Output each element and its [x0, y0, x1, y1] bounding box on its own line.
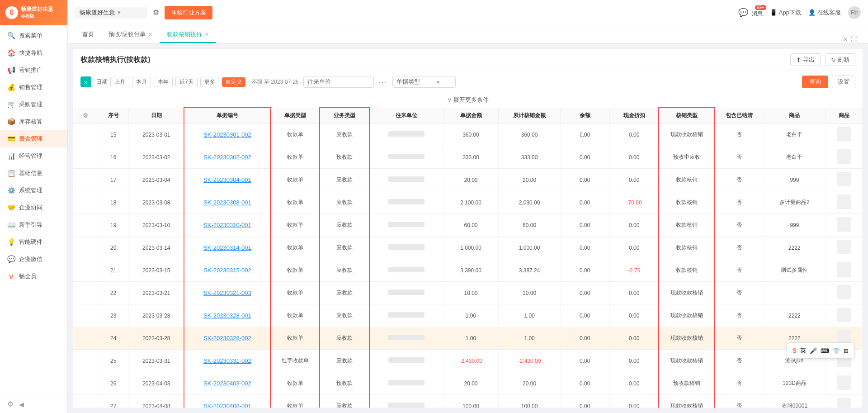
cell-cancel-type: 收款核销	[659, 169, 714, 191]
order-no-link[interactable]: SK-20230328-002	[203, 335, 251, 342]
date-range-display: 不限 至 2023-07-26	[252, 78, 299, 86]
cell-date: 2023-04-08	[129, 395, 184, 408]
cell-biz-type: 应收款	[320, 282, 369, 304]
cell-cash-discount: 0.00	[609, 395, 659, 408]
cell-product: 2222	[764, 304, 825, 327]
topbar-gear-icon[interactable]: ⚙	[153, 8, 159, 17]
date-last-month-btn[interactable]: 上月	[110, 77, 129, 87]
company-filter-field[interactable]: 往来单位	[303, 76, 374, 88]
cell-seq: 21	[98, 259, 129, 282]
sidebar-item-operations[interactable]: 📊 经营管理	[0, 147, 67, 165]
refresh-icon: ↻	[831, 57, 836, 63]
order-no-link[interactable]: SK-20230302-002	[203, 154, 251, 161]
tab-collection-close-icon[interactable]: ✕	[205, 32, 209, 38]
app-download-button[interactable]: 📱 App下载	[770, 9, 801, 17]
export-button[interactable]: ⬆ 导出	[790, 53, 821, 66]
sidebar-item-system[interactable]: ⚙️ 系统管理	[0, 182, 67, 199]
table-row: 20 2023-03-14 SK-20230314-001 收款单 应收款 1,…	[73, 237, 863, 259]
col-header-cash-discount: 现金折扣	[609, 108, 659, 123]
order-no-link[interactable]: SK-20230314-001	[203, 244, 251, 251]
cell-order-type: 收款单	[270, 214, 320, 237]
cell-company	[369, 123, 443, 146]
tab-collection-cancel[interactable]: 收款核销执行 ✕	[160, 27, 216, 43]
cell-product: 多计量商品2	[764, 191, 825, 214]
cell-settings	[73, 282, 98, 304]
order-no-link[interactable]: SK-20230310-001	[203, 222, 251, 228]
col-header-settings[interactable]: ⚙	[73, 108, 98, 123]
sidebar-item-finance[interactable]: 💳 资金管理	[0, 130, 67, 147]
order-no-link[interactable]: SK-20230321-003	[203, 290, 251, 296]
user-avatar[interactable]: Rit	[848, 6, 861, 19]
order-no-link[interactable]: SK-20230308-001	[203, 199, 251, 206]
order-no-link[interactable]: SK-20230301-002	[203, 131, 251, 138]
workspace-selector[interactable]: 畅康道好生意 ▾	[75, 7, 147, 19]
cell-product-img	[826, 395, 863, 408]
order-no-link[interactable]: SK-20230328-001	[203, 312, 251, 319]
col-header-balance: 余额	[560, 108, 609, 123]
purchase-icon: 🛒	[7, 100, 15, 109]
refresh-button[interactable]: ↻ 刷新	[825, 53, 855, 66]
cell-include-settled: 否	[714, 191, 764, 214]
sidebar-item-sales[interactable]: 💰 销售管理	[0, 79, 67, 96]
cell-order-type: 收款单	[270, 237, 320, 259]
filter-toggle-button[interactable]: »	[80, 76, 91, 87]
expand-more-bar[interactable]: ∨ 展开更多条件	[73, 93, 863, 107]
date-7days-btn[interactable]: 近7天	[175, 77, 198, 87]
cell-include-settled: 否	[714, 259, 764, 282]
sidebar-item-marketing[interactable]: 📢 营销推广	[0, 62, 67, 79]
window-maximize-icon[interactable]: ⛶	[851, 36, 857, 43]
date-more-btn[interactable]: 更多	[200, 77, 219, 87]
date-this-year-btn[interactable]: 本年	[154, 77, 173, 87]
cell-company	[369, 282, 443, 304]
order-type-filter[interactable]: 单据类型 ▾	[392, 76, 456, 88]
tab-prepay-close-icon[interactable]: ✕	[148, 32, 152, 38]
collapse-icon[interactable]: ◀	[19, 401, 24, 408]
cell-include-settled: 否	[714, 372, 764, 395]
query-button[interactable]: 查询	[802, 76, 828, 88]
order-no-link[interactable]: SK-20230403-002	[203, 380, 251, 387]
logo-icon: 6	[5, 6, 18, 19]
topbar: 畅康道好生意 ▾ ⚙ 体验行业方案 💬 99+ 消息 📱 App下载 👤 在线客…	[68, 0, 868, 25]
cell-amount: 1.00	[443, 304, 499, 327]
cell-settings	[73, 123, 98, 146]
cell-product-img	[826, 304, 863, 327]
sidebar-item-wechat[interactable]: 💬 企业微信	[0, 251, 67, 268]
sidebar-item-member[interactable]: V 畅会员	[0, 268, 67, 285]
sidebar-item-inventory[interactable]: 📦 库存核算	[0, 113, 67, 130]
tab-home[interactable]: 首页	[75, 27, 101, 43]
company-filter-input[interactable]	[334, 79, 370, 85]
message-button[interactable]: 💬 99+ 消息	[738, 8, 763, 18]
cell-cancel-type: 现款收款核销	[659, 327, 714, 350]
sidebar-item-search[interactable]: 🔍 搜索菜单	[0, 27, 67, 44]
sidebar-item-basic[interactable]: 📋 基础信息	[0, 165, 67, 182]
cell-seq: 23	[98, 304, 129, 327]
date-custom-btn[interactable]: 自定义	[222, 77, 245, 87]
cell-order-no: SK-20230315-002	[184, 259, 270, 282]
solution-button[interactable]: 体验行业方案	[165, 6, 212, 19]
order-no-link[interactable]: SK-20230331-002	[203, 357, 251, 364]
tab-prepay-orders[interactable]: 预收/应收付单 ✕	[101, 27, 160, 43]
table-settings-icon[interactable]: ⚙	[83, 112, 88, 119]
order-no-link[interactable]: SK-20230315-002	[203, 267, 251, 274]
sidebar-item-quick-nav[interactable]: 🏠 快捷导航	[0, 44, 67, 62]
date-this-month-btn[interactable]: 本月	[132, 77, 151, 87]
window-close-icon[interactable]: ✕	[843, 36, 848, 43]
cell-cash-discount: 0.00	[609, 214, 659, 237]
cell-order-type: 收款单	[270, 372, 320, 395]
sidebar-item-corp[interactable]: 🤝 企业协同	[0, 199, 67, 216]
cell-order-type: 收款单	[270, 327, 320, 350]
message-badge: 99+	[755, 5, 766, 10]
floating-mic-icon[interactable]: 🎤	[810, 347, 817, 354]
sidebar-item-purchase[interactable]: 🛒 采购管理	[0, 96, 67, 113]
floating-grid-icon[interactable]: ⊞	[844, 347, 849, 354]
floating-shirt-icon[interactable]: 👕	[833, 347, 840, 354]
settings-footer-icon[interactable]: ⚙	[7, 400, 14, 408]
sidebar-item-hardware[interactable]: 💡 智能硬件	[0, 233, 67, 251]
online-service-button[interactable]: 👤 在线客服	[808, 9, 841, 17]
filter-settings-button[interactable]: 设置	[832, 76, 855, 88]
floating-keyboard-icon[interactable]: ⌨	[821, 347, 829, 354]
order-no-link[interactable]: SK-20230304-001	[203, 176, 251, 183]
sidebar-logo: 6 畅康道好生意 标推版	[0, 0, 67, 25]
sidebar-item-guide[interactable]: 📖 新手引导	[0, 216, 67, 233]
order-no-link[interactable]: SK-20230408-001	[203, 403, 251, 408]
